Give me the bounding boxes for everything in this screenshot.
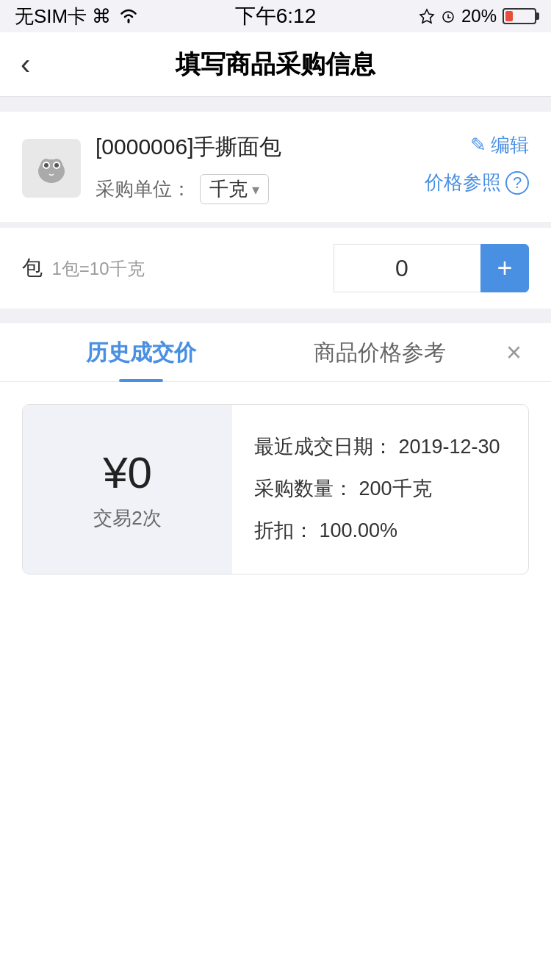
divider-1: [0, 222, 551, 228]
nav-bar: ‹ 填写商品采购信息: [0, 32, 551, 97]
status-time: 下午6:12: [235, 2, 317, 30]
product-name: [0000006]手撕面包: [96, 132, 281, 162]
tab-underline: [119, 379, 163, 382]
alarm-icon: [441, 9, 455, 24]
tabs-bar: 历史成交价 商品价格参考 ×: [0, 323, 551, 382]
unit-select[interactable]: 千克 ▾: [200, 174, 269, 204]
status-carrier: 无SIM卡 ⌘: [15, 4, 139, 29]
bottom-space: [0, 597, 551, 980]
price-card: ¥0 交易2次 最近成交日期： 2019-12-30 采购数量： 200千克 折…: [22, 404, 529, 574]
svg-point-8: [44, 163, 48, 167]
tab-price-reference[interactable]: 商品价格参考: [260, 323, 498, 382]
pack-label: 包: [22, 256, 43, 279]
discount-row: 折扣： 100.00%: [254, 515, 506, 547]
quantity-label-wrap: 包 1包=10千克: [22, 254, 145, 282]
chevron-down-icon: ▾: [252, 181, 259, 198]
close-button[interactable]: ×: [499, 337, 529, 368]
edit-button[interactable]: ✎ 编辑: [470, 132, 529, 158]
page-title: 填写商品采购信息: [176, 48, 375, 82]
tab-history-price[interactable]: 历史成交价: [22, 323, 260, 382]
pack-ratio: 1包=10千克: [51, 259, 144, 278]
status-right: 20%: [419, 6, 536, 26]
product-card: [0000006]手撕面包 采购单位： 千克 ▾ ✎ 编辑 价格参照 ?: [0, 112, 551, 222]
quantity-input[interactable]: [334, 244, 480, 292]
product-actions: ✎ 编辑 价格参照 ?: [425, 132, 529, 195]
battery-icon: [503, 8, 536, 24]
edit-icon: ✎: [470, 134, 486, 156]
battery-percent: 20%: [461, 6, 497, 26]
wifi-icon: [118, 8, 139, 24]
history-panel: ¥0 交易2次 最近成交日期： 2019-12-30 采购数量： 200千克 折…: [0, 382, 551, 597]
location-icon: [419, 8, 435, 24]
svg-point-9: [54, 163, 59, 167]
price-ref-button[interactable]: 价格参照 ?: [425, 170, 529, 195]
purchase-qty-row: 采购数量： 200千克: [254, 473, 506, 505]
price-amount: ¥0: [103, 447, 152, 498]
product-thumbnail: [22, 139, 81, 198]
back-button[interactable]: ‹: [21, 48, 30, 81]
price-card-left: ¥0 交易2次: [23, 405, 232, 574]
product-info: [0000006]手撕面包 采购单位： 千克 ▾: [96, 132, 281, 204]
quantity-plus-button[interactable]: +: [480, 244, 529, 292]
product-image: [29, 146, 73, 190]
recent-date-row: 最近成交日期： 2019-12-30: [254, 431, 506, 463]
price-count: 交易2次: [93, 505, 161, 531]
unit-label: 采购单位：: [96, 176, 191, 202]
price-card-right: 最近成交日期： 2019-12-30 采购数量： 200千克 折扣： 100.0…: [232, 405, 528, 574]
status-bar: 无SIM卡 ⌘ 下午6:12 20%: [0, 0, 551, 32]
carrier-text: 无SIM卡 ⌘: [15, 4, 111, 29]
quantity-input-wrap: +: [334, 244, 529, 292]
quantity-row: 包 1包=10千克 +: [0, 228, 551, 309]
price-ref-help-icon: ?: [505, 171, 529, 195]
